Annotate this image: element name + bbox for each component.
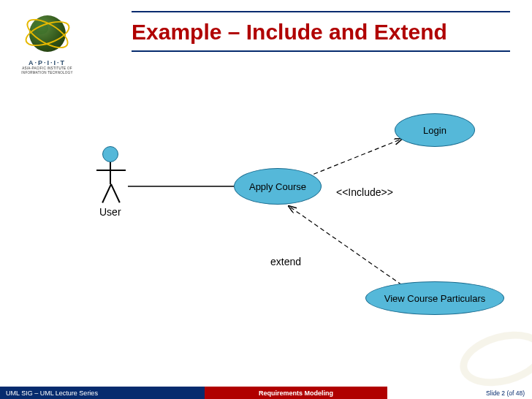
usecase-view-particulars: View Course Particulars	[365, 281, 504, 315]
footer-topic: Requirements Modeling	[205, 387, 387, 399]
logo-acronym: A·P·I·I·T	[9, 59, 86, 66]
usecase-label: Login	[423, 125, 446, 136]
usecase-apply-course: Apply Course	[234, 168, 322, 205]
page-title: Example – Include and Extend	[132, 12, 510, 50]
extend-label: extend	[270, 256, 301, 267]
svg-line-2	[289, 206, 402, 285]
slide: A·P·I·I·T ASIA-PACIFIC INSTITUTE OF INFO…	[0, 0, 532, 399]
footer-bar: UML SIG – UML Lecture Series Requirement…	[0, 387, 532, 399]
actor-user: User	[102, 146, 118, 184]
usecase-diagram: User Apply Course Login View Course Part…	[0, 110, 532, 343]
actor-label: User	[99, 206, 121, 218]
usecase-login: Login	[395, 113, 475, 147]
include-label: <<Include>>	[336, 186, 393, 198]
usecase-label: View Course Particulars	[384, 293, 485, 304]
org-logo: A·P·I·I·T ASIA-PACIFIC INSTITUTE OF INFO…	[9, 11, 86, 75]
usecase-label: Apply Course	[249, 181, 306, 192]
logo-tagline-2: INFORMATION TECHNOLOGY	[9, 72, 86, 75]
footer-series: UML SIG – UML Lecture Series	[0, 387, 205, 399]
actor-head-icon	[102, 146, 118, 162]
title-rule-bottom	[132, 50, 510, 52]
globe-icon	[25, 11, 70, 56]
title-block: Example – Include and Extend	[132, 11, 510, 52]
footer-slide-number: Slide 2 (of 48)	[387, 387, 532, 399]
svg-line-1	[307, 139, 402, 177]
